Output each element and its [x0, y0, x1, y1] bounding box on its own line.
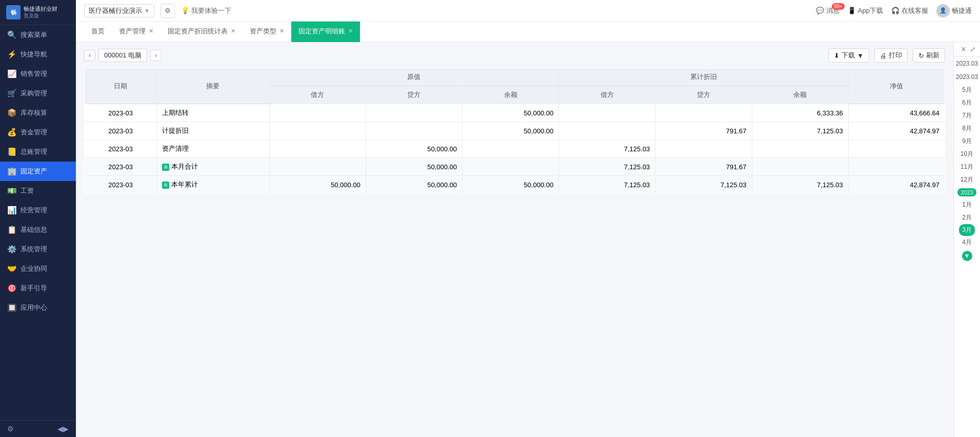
month-item[interactable]: 3月: [959, 224, 975, 236]
cell-net-value: [848, 158, 945, 176]
sidebar-item-purchase[interactable]: 🛒 采购管理: [0, 84, 76, 103]
next-asset-button[interactable]: ›: [150, 50, 162, 61]
print-button[interactable]: 🖨 打印: [874, 48, 908, 63]
tab-asset-management[interactable]: 资产管理 ✕: [112, 22, 161, 42]
refresh-button[interactable]: ↻ 刷新: [913, 48, 945, 63]
month-item[interactable]: 5月: [961, 84, 973, 96]
tab-close-icon[interactable]: ✕: [149, 28, 153, 34]
col-original-value: 原值: [269, 68, 559, 86]
table-row: 2023-03 本本月合计 50,000.00 7,125.03 791.67: [85, 158, 945, 176]
sidebar-item-fund[interactable]: 💰 资金管理: [0, 123, 76, 142]
col-orig-debit: 借方: [269, 86, 366, 104]
sidebar-item-ledger[interactable]: 📒 总账管理: [0, 142, 76, 162]
cell-acc-debit: [559, 104, 655, 122]
col-summary: 摘要: [157, 68, 270, 104]
cell-orig-balance: 50,000.00: [463, 122, 559, 140]
col-acc-debit: 借方: [559, 86, 655, 104]
sidebar-item-label: 工资: [21, 186, 34, 195]
sidebar-item-fixed-assets[interactable]: 🏢 固定资产: [0, 162, 76, 181]
sidebar-item-newbie[interactable]: 🎯 新手引导: [0, 279, 76, 298]
cell-acc-debit: 7,125.03: [559, 140, 655, 158]
cell-orig-credit: [366, 122, 462, 140]
sidebar-item-salary[interactable]: 💵 工资: [0, 181, 76, 201]
cell-orig-debit: [269, 122, 366, 140]
sidebar-item-search[interactable]: 🔍 搜索菜单: [0, 25, 76, 45]
col-accumulated-dep: 累计折旧: [559, 68, 849, 86]
right-panel: ✕ ⤢ 2023.03 2023.03 5月6月7月8月9月10月11月12月 …: [953, 42, 980, 437]
cell-orig-credit: 50,000.00: [366, 140, 462, 158]
month-item[interactable]: 2月: [959, 211, 975, 224]
cell-orig-credit: [366, 104, 462, 122]
company-selector[interactable]: 医疗器械行业演示 ▼: [84, 4, 154, 17]
tab-close-icon[interactable]: ✕: [231, 28, 235, 34]
sidebar-item-label: 经营管理: [21, 206, 47, 215]
cell-orig-credit: 50,000.00: [366, 158, 462, 176]
cell-orig-credit: 50,000.00: [366, 176, 462, 194]
refresh-icon: ↻: [918, 52, 924, 59]
year-badge[interactable]: 2023: [957, 188, 976, 196]
app-download-button[interactable]: 📱 App下载: [848, 6, 883, 15]
month-item[interactable]: 10月: [961, 148, 973, 161]
table-row: 2023-03 上期结转 50,000.00 6,333.36 43,666.6…: [85, 104, 945, 122]
content-main: ‹ 000001 电脑 › ⬇ 下载 ▼ 🖨 打印 ↻: [76, 42, 953, 437]
close-panel-icon[interactable]: ✕: [961, 45, 967, 53]
settings-icon[interactable]: ⚙: [7, 425, 14, 433]
collapse-icon[interactable]: ◀▶: [57, 425, 69, 433]
sidebar-item-enterprise[interactable]: 🤝 企业协同: [0, 259, 76, 279]
quick-nav-icon: ⚡: [7, 50, 16, 59]
year-display-1: 2023.03: [956, 57, 978, 70]
tab-label: 固定资产折旧统计表: [168, 27, 228, 36]
cell-orig-balance: [463, 158, 559, 176]
cell-acc-balance: [752, 158, 848, 176]
month-item[interactable]: 7月: [961, 109, 973, 122]
month-item[interactable]: 11月: [961, 161, 973, 173]
month-item[interactable]: 9月: [961, 135, 973, 148]
col-orig-credit: 贷方: [366, 86, 462, 104]
print-label: 打印: [889, 51, 902, 60]
main-area: 医疗器械行业演示 ▼ ⚙ 💡 我要体验一下 💬 消息 99+ 📱 App下载 🎧…: [76, 0, 980, 437]
col-acc-balance: 余额: [752, 86, 848, 104]
prev-asset-button[interactable]: ‹: [84, 50, 95, 61]
customer-service-button[interactable]: 🎧 在线客服: [891, 6, 928, 15]
expand-panel-icon[interactable]: ⤢: [970, 45, 976, 53]
months-before: 5月6月7月8月9月10月11月12月: [961, 84, 973, 186]
col-orig-balance: 余额: [463, 86, 559, 104]
sidebar-item-quick-nav[interactable]: ⚡ 快捷导航: [0, 45, 76, 64]
experience-button[interactable]: 💡 我要体验一下: [181, 6, 231, 15]
user-menu[interactable]: 👤 畅捷通: [936, 4, 972, 17]
tab-depreciation-table[interactable]: 固定资产折旧统计表 ✕: [161, 22, 243, 42]
month-item[interactable]: 4月: [959, 236, 975, 249]
sidebar-item-label: 基础信息: [21, 225, 47, 234]
sidebar-item-app-center[interactable]: 🔲 应用中心: [0, 298, 76, 317]
tab-asset-detail[interactable]: 固定资产明细账 ✕: [291, 22, 360, 42]
scroll-down-icon[interactable]: ▼: [962, 251, 972, 261]
inventory-icon: 📦: [7, 108, 16, 117]
tab-close-icon[interactable]: ✕: [348, 28, 353, 34]
sidebar-item-basic-info[interactable]: 📋 基础信息: [0, 220, 76, 240]
table-row: 2023-03 计提折旧 50,000.00 791.67 7,125.03 4…: [85, 122, 945, 140]
gear-icon: ⚙: [165, 7, 171, 14]
sidebar-item-inventory[interactable]: 📦 库存核算: [0, 103, 76, 123]
sidebar-bottom: ⚙ ◀▶: [0, 420, 76, 437]
fund-icon: 💰: [7, 128, 16, 137]
month-item[interactable]: 8月: [961, 122, 973, 135]
sidebar-item-operation[interactable]: 📊 经营管理: [0, 201, 76, 220]
month-item[interactable]: 12月: [961, 173, 973, 186]
messages-button[interactable]: 💬 消息 99+: [816, 6, 839, 15]
toolbar-row: ‹ 000001 电脑 › ⬇ 下载 ▼ 🖨 打印 ↻: [84, 48, 945, 63]
tab-asset-type[interactable]: 资产类型 ✕: [243, 22, 291, 42]
download-button[interactable]: ⬇ 下载 ▼: [828, 48, 869, 63]
tab-close-icon[interactable]: ✕: [279, 28, 284, 34]
month-item[interactable]: 1月: [959, 198, 975, 211]
toolbar-right: ⬇ 下载 ▼ 🖨 打印 ↻ 刷新: [828, 48, 945, 63]
enterprise-icon: 🤝: [7, 264, 16, 273]
asset-code-display[interactable]: 000001 电脑: [98, 49, 147, 62]
cell-summary: 年本年累计: [157, 176, 270, 194]
tab-home[interactable]: 首页: [84, 22, 112, 42]
sidebar-item-label: 采购管理: [21, 89, 47, 98]
month-item[interactable]: 6月: [961, 96, 973, 109]
settings-button[interactable]: ⚙: [161, 4, 175, 18]
sidebar-item-system[interactable]: ⚙️ 系统管理: [0, 240, 76, 259]
cell-orig-debit: [269, 140, 366, 158]
sidebar-item-sales[interactable]: 📈 销售管理: [0, 64, 76, 84]
